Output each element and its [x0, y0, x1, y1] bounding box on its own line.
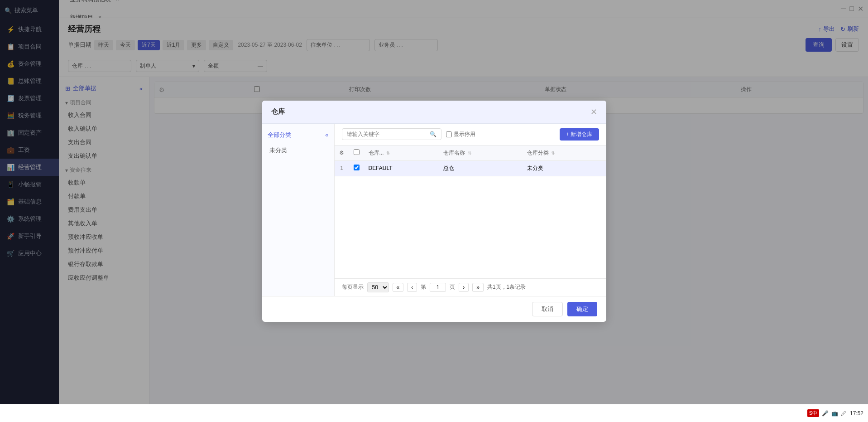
modal-close-btn[interactable]: ✕	[590, 107, 597, 117]
row-name-0: 总仓	[439, 160, 523, 176]
modal-search-icon: 🔍	[430, 131, 436, 137]
modal-body: 全部分类 « 未分类 🔍 显示停用	[262, 124, 606, 296]
modal-search-input[interactable]	[347, 131, 427, 137]
uncategorized-label: 未分类	[269, 147, 287, 154]
modal-table: ⚙ 仓库... ⇅ 仓库名称 ⇅	[335, 146, 606, 278]
modal-per-page-select[interactable]: 50	[367, 282, 389, 292]
row-code-0: DEFAULT	[364, 160, 439, 176]
tray-pen-icon: 🖊	[841, 410, 846, 417]
taskbar-time: 17:52	[850, 410, 863, 417]
modal-sidebar-header: 全部分类 «	[262, 127, 334, 143]
modal-page-input[interactable]	[430, 283, 446, 292]
modal-sidebar: 全部分类 « 未分类	[262, 124, 335, 296]
modal-sidebar-uncategorized[interactable]: 未分类	[262, 143, 334, 158]
modal-col-code: 仓库... ⇅	[364, 146, 439, 161]
show-disabled-checkbox[interactable]	[446, 131, 452, 137]
taskbar: S中 🎤 📺 🖊 17:52	[0, 404, 868, 422]
modal-page-unit: 页	[450, 283, 455, 291]
row-num-0: 1	[335, 160, 349, 176]
warehouse-modal: 仓库 ✕ 全部分类 « 未分类 🔍	[262, 101, 606, 322]
confirm-button[interactable]: 确定	[567, 302, 597, 316]
modal-search-box[interactable]: 🔍	[342, 128, 441, 140]
modal-col-category: 仓库分类 ⇅	[523, 146, 606, 161]
modal-header: 仓库 ✕	[262, 101, 606, 124]
modal-col-settings-icon[interactable]: ⚙	[339, 150, 344, 156]
add-warehouse-button[interactable]: + 新增仓库	[560, 128, 599, 141]
modal-toolbar: 🔍 显示停用 + 新增仓库	[335, 124, 606, 146]
show-disabled-label: 显示停用	[454, 131, 475, 138]
modal-title: 仓库	[271, 107, 285, 116]
show-disabled-checkbox-label[interactable]: 显示停用	[446, 131, 475, 138]
modal-last-btn[interactable]: »	[472, 283, 484, 292]
tray-s-icon: S中	[807, 409, 819, 417]
modal-table-row-0[interactable]: 1 DEFAULT 总仓 未分类	[335, 160, 606, 176]
modal-pagination: 每页显示 50 « ‹ 第 页 › » 共1页，1条记录	[335, 278, 606, 296]
modal-main-content: 🔍 显示停用 + 新增仓库 ⚙	[335, 124, 606, 296]
modal-prev-btn[interactable]: ‹	[407, 283, 417, 292]
modal-first-btn[interactable]: «	[393, 283, 404, 292]
system-tray: S中 🎤 📺 🖊	[807, 409, 846, 417]
tray-mic-icon: 🎤	[822, 410, 829, 417]
modal-select-all[interactable]	[354, 149, 360, 155]
modal-overlay: 仓库 ✕ 全部分类 « 未分类 🔍	[0, 0, 868, 422]
modal-per-page-label: 每页显示	[342, 283, 364, 291]
modal-sidebar-collapse-icon[interactable]: «	[325, 131, 328, 138]
row-checkbox-0[interactable]	[349, 160, 364, 176]
modal-footer: 取消 确定	[262, 296, 606, 322]
modal-total-text: 共1页，1条记录	[487, 283, 526, 291]
row-category-0: 未分类	[523, 160, 606, 176]
modal-next-btn[interactable]: ›	[459, 283, 469, 292]
modal-page-label: 第	[421, 283, 426, 291]
modal-col-name: 仓库名称 ⇅	[439, 146, 523, 161]
modal-all-category-label[interactable]: 全部分类	[268, 131, 291, 139]
taskbar-right: S中 🎤 📺 🖊 17:52	[807, 409, 863, 417]
tray-screen-icon: 📺	[831, 410, 838, 417]
cancel-button[interactable]: 取消	[532, 302, 563, 316]
